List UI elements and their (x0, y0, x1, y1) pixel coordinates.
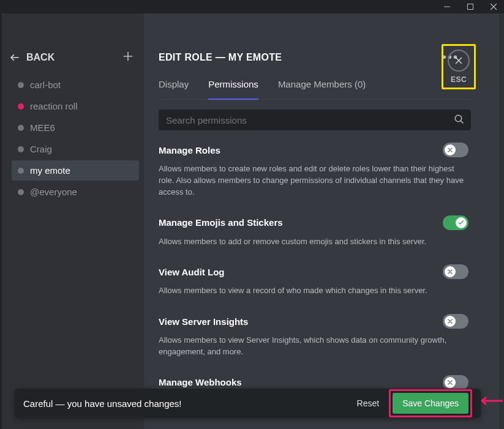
role-item[interactable]: my emote (12, 160, 139, 181)
roles-sidebar: BACK carl-botreaction rollMEE6Craigmy em… (2, 13, 144, 429)
arrow-left-icon (9, 52, 20, 63)
annotation-arrow (478, 396, 503, 408)
role-color-dot (18, 146, 24, 152)
role-list: carl-botreaction rollMEE6Craigmy emote@e… (7, 75, 139, 202)
permission-title: Manage Emojis and Stickers (159, 217, 283, 228)
role-color-dot (18, 189, 24, 195)
permission-toggle[interactable] (443, 143, 468, 157)
tab[interactable]: Display (159, 79, 189, 99)
permission-item: Manage RolesAllows members to create new… (159, 143, 468, 198)
x-icon (445, 316, 456, 327)
tab[interactable]: Manage Members (0) (278, 79, 366, 99)
role-name: MEE6 (30, 122, 55, 133)
permission-description: Allows members to add or remove custom e… (159, 236, 468, 248)
close-settings-button[interactable] (448, 50, 470, 72)
role-color-dot (18, 103, 24, 110)
role-item[interactable]: @everyone (12, 182, 139, 202)
main-panel: EDIT ROLE — MY EMOTE ••• DisplayPermissi… (144, 13, 495, 429)
x-icon (445, 144, 456, 155)
tab-bar: DisplayPermissionsManage Members (0) (159, 79, 471, 100)
minimize-button[interactable] (439, 1, 455, 13)
toast-message: Careful — you have unsaved changes! (23, 398, 347, 409)
check-icon (456, 217, 467, 228)
plus-icon (122, 50, 134, 62)
x-icon (445, 377, 456, 388)
role-name: my emote (30, 165, 70, 176)
permission-description: Allows members to create new roles and e… (159, 163, 468, 198)
permission-toggle[interactable] (443, 215, 468, 230)
save-highlight: Save Changes (389, 389, 472, 417)
window-titlebar (0, 0, 504, 13)
svg-rect-0 (444, 7, 450, 7)
window-close-button[interactable] (486, 1, 502, 13)
search-permissions-input[interactable] (159, 110, 471, 130)
role-name: Craig (30, 144, 52, 154)
role-name: reaction roll (30, 101, 78, 111)
role-name: carl-bot (30, 80, 61, 90)
permission-title: View Server Insights (159, 316, 248, 327)
permission-title: Manage Webhooks (159, 377, 242, 387)
role-item[interactable]: MEE6 (12, 118, 139, 138)
search-icon (454, 114, 465, 127)
role-name: @everyone (30, 187, 77, 197)
save-changes-button[interactable]: Save Changes (393, 393, 468, 414)
x-icon (445, 266, 456, 277)
back-label: BACK (26, 52, 55, 63)
permission-description: Allows members to view Server Insights, … (159, 335, 468, 358)
role-color-dot (18, 82, 24, 88)
permission-title: View Audit Log (159, 267, 225, 277)
close-icon (454, 56, 464, 65)
page-title: EDIT ROLE — MY EMOTE (159, 52, 282, 63)
reset-button[interactable]: Reset (347, 394, 389, 413)
permission-item: Manage Emojis and StickersAllows members… (159, 215, 468, 248)
permission-item: View Server InsightsAllows members to vi… (159, 314, 468, 358)
back-button[interactable]: BACK (9, 52, 55, 63)
role-color-dot (18, 125, 24, 131)
permissions-list: Manage RolesAllows members to create new… (159, 143, 471, 394)
maximize-button[interactable] (462, 1, 478, 13)
unsaved-changes-toast: Careful — you have unsaved changes! Rese… (15, 389, 481, 418)
permission-title: Manage Roles (159, 145, 220, 155)
add-role-button[interactable] (122, 50, 134, 65)
permission-item: Manage Webhooks (159, 375, 468, 390)
svg-rect-1 (468, 4, 473, 10)
permission-item: View Audit LogAllows members to view a r… (159, 264, 468, 297)
tab[interactable]: Permissions (208, 79, 258, 99)
role-color-dot (18, 168, 24, 174)
esc-label: ESC (451, 75, 467, 84)
role-item[interactable]: reaction roll (12, 96, 139, 116)
permission-toggle[interactable] (443, 264, 468, 279)
permission-toggle[interactable] (443, 375, 468, 390)
role-item[interactable]: Craig (12, 139, 139, 159)
scrollbar-track[interactable] (499, 13, 504, 429)
permission-toggle[interactable] (443, 314, 468, 329)
close-esc-highlight: ESC (442, 44, 476, 89)
permission-description: Allows members to view a record of who m… (159, 285, 468, 297)
role-item[interactable]: carl-bot (12, 75, 139, 95)
